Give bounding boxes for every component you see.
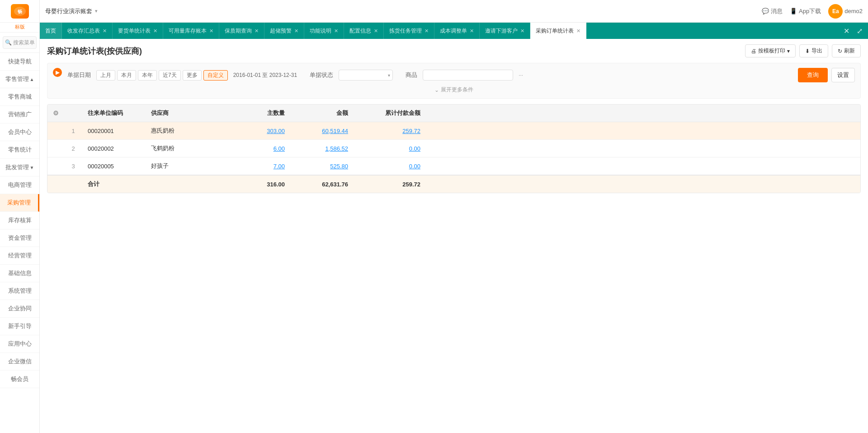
row-qty[interactable]: 303.00	[236, 122, 290, 140]
tab-close-purchase-stat[interactable]: ✕	[576, 28, 580, 34]
download-icon: 📱	[790, 8, 797, 14]
user-name: demo2	[844, 8, 863, 14]
tab-collect-send[interactable]: 收发存汇总表 ✕	[62, 23, 113, 39]
sidebar-item-finance[interactable]: 资金管理	[0, 229, 39, 247]
sidebar-item-retail-shop[interactable]: 零售商城	[0, 88, 39, 106]
row-qty[interactable]: 6.00	[236, 140, 290, 157]
message-button[interactable]: 💬 消息	[762, 7, 783, 15]
filter-row-main: 单据日期 上月 本月 本年 近7天 更多 自定义 2016-01-01 至 20…	[67, 68, 855, 82]
tab-close-cost-adj[interactable]: ✕	[470, 28, 474, 34]
tab-close-pick-task[interactable]: ✕	[425, 28, 429, 34]
date-btn-7days[interactable]: 近7天	[159, 70, 181, 81]
sidebar-item-purchase[interactable]: 采购管理	[0, 194, 39, 212]
org-selector[interactable]: 母婴行业演示账套 ▾	[45, 7, 758, 15]
row-amount[interactable]: 60,519.44	[290, 122, 354, 140]
col-header-num	[64, 105, 82, 122]
sidebar-item-member[interactable]: 会员中心	[0, 124, 39, 141]
tab-close-collect-send[interactable]: ✕	[103, 28, 107, 34]
sidebar-item-member2[interactable]: 畅会员	[0, 371, 39, 388]
tab-close-avail-stock[interactable]: ✕	[209, 28, 213, 34]
sidebar-item-marketing[interactable]: 营销推广	[0, 106, 39, 124]
tab-close-overstock[interactable]: ✕	[294, 28, 298, 34]
expand-down-icon: ⌄	[434, 87, 439, 93]
goods-label: 商品	[406, 71, 417, 79]
tab-validity[interactable]: 保质期查询 ✕	[219, 23, 264, 39]
sidebar-item-collab[interactable]: 企业协同	[0, 300, 39, 318]
row-paid[interactable]: 259.72	[354, 122, 426, 140]
print-icon: 🖨	[751, 48, 756, 54]
goods-more-button[interactable]: ···	[519, 72, 523, 78]
date-btn-last-month[interactable]: 上月	[96, 70, 115, 81]
print-button[interactable]: 🖨 按模板打印 ▾	[745, 44, 796, 57]
footer-extra	[426, 175, 860, 193]
date-btn-more[interactable]: 更多	[183, 70, 202, 81]
row-qty[interactable]: 7.00	[236, 157, 290, 176]
expand-more-button[interactable]: ⌄ 展开更多条件	[53, 86, 855, 94]
tab-overstock[interactable]: 超储预警 ✕	[264, 23, 304, 39]
sidebar-item-retail[interactable]: 零售管理 ▲	[0, 71, 39, 88]
tab-close-func-desc[interactable]: ✕	[334, 28, 338, 34]
sidebar-item-ops[interactable]: 经营管理	[0, 247, 39, 265]
row-supplier: 好孩子	[146, 157, 236, 176]
tab-close-req-stat[interactable]: ✕	[153, 28, 157, 34]
status-select[interactable]	[339, 70, 393, 81]
sidebar-item-basic[interactable]: 基础信息	[0, 265, 39, 282]
table-footer-row: 合计 316.00 62,631.76 259.72	[47, 175, 860, 193]
tab-close-all-button[interactable]: ✕	[842, 27, 851, 35]
date-btn-this-year[interactable]: 本年	[138, 70, 157, 81]
table-body: 1 00020001 惠氏奶粉 303.00 60,519.44 259.72 …	[47, 122, 860, 176]
tab-invite-down[interactable]: 邀请下游客户 ✕	[480, 23, 530, 39]
query-button[interactable]: 查询	[798, 68, 828, 82]
row-settings	[47, 157, 64, 176]
tab-close-config[interactable]: ✕	[374, 28, 378, 34]
row-extra	[426, 140, 860, 157]
org-name: 母婴行业演示账套	[45, 7, 92, 15]
date-btn-this-month[interactable]: 本月	[117, 70, 136, 81]
col-header-settings: ⚙	[47, 105, 64, 122]
col-header-paid: 累计付款金额	[354, 105, 426, 122]
sidebar-item-wechat[interactable]: 企业微信	[0, 353, 39, 371]
row-amount[interactable]: 1,586.52	[290, 140, 354, 157]
tab-close-validity[interactable]: ✕	[255, 28, 259, 34]
filter-toggle-button[interactable]: ▶	[53, 68, 62, 77]
tab-maximize-button[interactable]: ⤢	[855, 27, 864, 35]
sidebar-item-inventory[interactable]: 库存核算	[0, 212, 39, 229]
row-paid[interactable]: 0.00	[354, 157, 426, 176]
user-menu[interactable]: Ea demo2	[828, 4, 863, 19]
sidebar-item-system[interactable]: 系统管理	[0, 282, 39, 300]
date-btn-custom[interactable]: 自定义	[203, 70, 228, 81]
export-button[interactable]: ⬇ 导出	[799, 44, 828, 57]
row-extra	[426, 157, 860, 176]
message-label: 消息	[771, 7, 783, 15]
tab-pick-task[interactable]: 拣货任务管理 ✕	[384, 23, 434, 39]
row-paid[interactable]: 0.00	[354, 140, 426, 157]
tab-req-stat[interactable]: 要货单统计表 ✕	[113, 23, 163, 39]
sidebar-item-apps[interactable]: 应用中心	[0, 335, 39, 353]
goods-input[interactable]	[423, 70, 513, 81]
sidebar-item-quick-nav[interactable]: 快捷导航	[0, 53, 39, 71]
tab-cost-adj[interactable]: 成本调整单 ✕	[434, 23, 480, 39]
tab-purchase-stat[interactable]: 采购订单统计表 ✕	[530, 23, 586, 39]
table-header-row: ⚙ 往来单位编码 供应商 主数量	[47, 105, 860, 122]
row-amount[interactable]: 525.80	[290, 157, 354, 176]
sidebar-item-retail-stat[interactable]: 零售统计	[0, 141, 39, 159]
sidebar: 畅 标版 🔍 搜索菜单 快捷导航 零售管理 ▲ 零售商城 营销推广 会员中心 零…	[0, 0, 40, 433]
refresh-button[interactable]: ↻ 刷新	[832, 44, 861, 57]
row-settings	[47, 140, 64, 157]
setting-button[interactable]: 设置	[831, 68, 855, 82]
page-content: 采购订单统计表(按供应商) 🖨 按模板打印 ▾ ⬇ 导出 ↻ 刷新	[40, 39, 868, 433]
column-settings-icon[interactable]: ⚙	[53, 109, 59, 117]
tab-home[interactable]: 首页	[40, 23, 62, 39]
sidebar-item-newbie[interactable]: 新手引导	[0, 318, 39, 335]
tab-close-invite-down[interactable]: ✕	[520, 28, 524, 34]
logo-area: 畅	[0, 0, 39, 23]
app-download-button[interactable]: 📱 App下载	[790, 7, 821, 15]
status-label: 单据状态	[310, 71, 333, 79]
sidebar-item-ecommerce[interactable]: 电商管理	[0, 176, 39, 194]
sidebar-item-wholesale[interactable]: 批发管理 ▼	[0, 159, 39, 176]
row-code: 00020001	[82, 122, 146, 140]
search-menu-button[interactable]: 🔍 搜索菜单	[3, 36, 37, 49]
tab-avail-stock[interactable]: 可用量库存账本 ✕	[163, 23, 219, 39]
tab-config[interactable]: 配置信息 ✕	[344, 23, 384, 39]
tab-func-desc[interactable]: 功能说明 ✕	[304, 23, 344, 39]
